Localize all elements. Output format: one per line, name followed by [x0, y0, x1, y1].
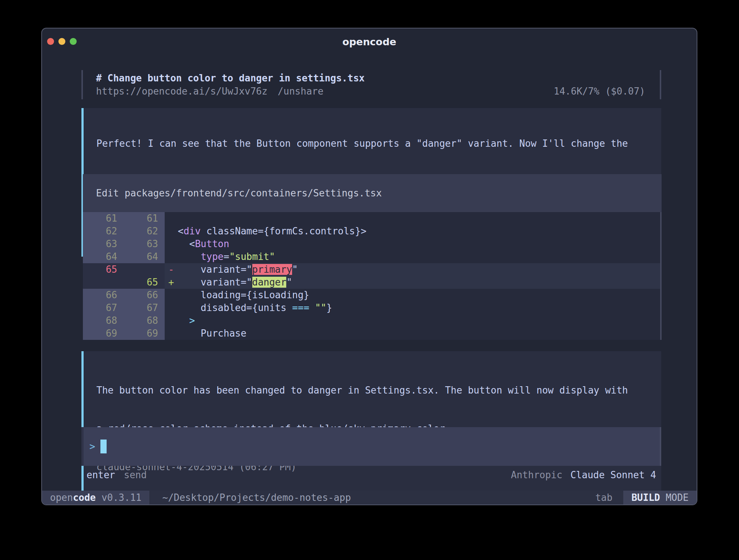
- mode-chip: BUILD MODE: [623, 491, 697, 505]
- hint-bar: entersend AnthropicClaude Sonnet 4: [81, 469, 661, 481]
- diff-row: 6363 <Button: [83, 238, 660, 250]
- text-cursor: [100, 440, 107, 453]
- diff-row: 6868 >: [83, 314, 660, 327]
- app-version: v0.3.11: [102, 492, 142, 503]
- diff-new-lineno: 63: [124, 238, 165, 250]
- diff-old-lineno: 67: [83, 302, 124, 314]
- diff-new-lineno: [124, 263, 165, 276]
- diff-row: 6464 type="submit": [83, 250, 660, 263]
- send-hint: entersend: [87, 469, 147, 481]
- app-name-code: code: [73, 492, 96, 503]
- diff-old-lineno: 66: [83, 289, 124, 302]
- tool-file-path: packages/frontend/src/containers/Setting…: [125, 188, 382, 199]
- message-text-line: Perfect! I can see that the Button compo…: [96, 137, 645, 150]
- model-indicator: AnthropicClaude Sonnet 4: [511, 469, 656, 481]
- diff-new-lineno: 69: [124, 327, 165, 340]
- diff-new-lineno: 65: [124, 276, 165, 289]
- session-title: # Change button color to danger in setti…: [96, 72, 645, 85]
- diff-row: 6666 loading={isLoading}: [83, 289, 660, 302]
- diff-marker: [165, 302, 178, 314]
- diff-new-lineno: 68: [124, 314, 165, 327]
- diff-old-lineno: 68: [83, 314, 124, 327]
- diff-marker: [165, 225, 178, 238]
- close-window-button[interactable]: [47, 38, 54, 45]
- context-usage: 14.6K/7% ($0.07): [554, 85, 645, 98]
- edit-tool-card: Edit packages/frontend/src/containers/Se…: [83, 174, 662, 340]
- diff-marker: [165, 212, 178, 225]
- prompt-input[interactable]: >: [81, 427, 661, 466]
- prompt-symbol: >: [89, 441, 95, 452]
- model-name: Claude Sonnet 4: [570, 469, 656, 480]
- diff-row: 6767 disabled={units === ""}: [83, 302, 660, 314]
- diff-code-line: <Button: [178, 238, 660, 250]
- diff-old-lineno: [83, 276, 124, 289]
- diff-code-line: [178, 212, 660, 225]
- diff-row: 65- variant="primary": [83, 263, 660, 276]
- diff-marker: -: [165, 263, 178, 276]
- diff-view: 61616262<div className={formCs.controls}…: [83, 212, 662, 340]
- diff-new-lineno: 66: [124, 289, 165, 302]
- diff-code-line: disabled={units === ""}: [178, 302, 660, 314]
- tab-key-hint[interactable]: tab: [595, 491, 612, 505]
- diff-marker: [165, 314, 178, 327]
- diff-marker: +: [165, 276, 178, 289]
- diff-new-lineno: 62: [124, 225, 165, 238]
- share-url-line: https://opencode.ai/s/UwJxv76z/unshare: [96, 85, 323, 98]
- diff-row: 6262<div className={formCs.controls}>: [83, 225, 660, 238]
- zoom-window-button[interactable]: [70, 38, 77, 45]
- session-header: # Change button color to danger in setti…: [81, 70, 661, 99]
- diff-code-line: variant="danger": [178, 276, 660, 289]
- diff-old-lineno: 64: [83, 250, 124, 263]
- model-provider: Anthropic: [511, 469, 562, 480]
- app-name-open: open: [50, 492, 73, 503]
- diff-marker: [165, 289, 178, 302]
- diff-code-line: Purchase: [178, 327, 660, 340]
- diff-old-lineno: 65: [83, 263, 124, 276]
- diff-old-lineno: 62: [83, 225, 124, 238]
- message-text-line: The button color has been changed to dan…: [96, 384, 645, 397]
- diff-row: 6161: [83, 212, 660, 225]
- diff-code-line: loading={isLoading}: [178, 289, 660, 302]
- minimize-window-button[interactable]: [58, 38, 65, 45]
- diff-old-lineno: 69: [83, 327, 124, 340]
- app-version-chip: opencode v0.3.11: [42, 491, 149, 505]
- edit-tool-header: Edit packages/frontend/src/containers/Se…: [83, 174, 662, 212]
- tool-action-label: Edit: [96, 188, 119, 199]
- mode-name: BUILD: [631, 492, 660, 503]
- status-bar: opencode v0.3.11 ~/Desktop/Projects/demo…: [42, 491, 697, 505]
- working-directory: ~/Desktop/Projects/demo-notes-app: [162, 491, 595, 505]
- titlebar: opencode: [42, 28, 697, 52]
- diff-new-lineno: 64: [124, 250, 165, 263]
- diff-code-line: type="submit": [178, 250, 660, 263]
- traffic-lights: [47, 38, 77, 45]
- send-action-label: send: [124, 469, 147, 480]
- diff-marker: [165, 238, 178, 250]
- enter-key-hint: enter: [87, 469, 115, 480]
- diff-new-lineno: 61: [124, 212, 165, 225]
- diff-code-line: variant="primary": [178, 263, 660, 276]
- diff-marker: [165, 327, 178, 340]
- diff-old-lineno: 61: [83, 212, 124, 225]
- share-url[interactable]: https://opencode.ai/s/UwJxv76z: [96, 86, 268, 97]
- mode-label: MODE: [660, 492, 689, 503]
- diff-code-line: >: [178, 314, 660, 327]
- opencode-terminal-window: opencode # Change button color to danger…: [41, 28, 697, 505]
- diff-code-line: <div className={formCs.controls}>: [178, 225, 660, 238]
- diff-new-lineno: 67: [124, 302, 165, 314]
- diff-old-lineno: 63: [83, 238, 124, 250]
- diff-row: 6969 Purchase: [83, 327, 660, 340]
- window-title: opencode: [342, 36, 397, 47]
- diff-row: 65+ variant="danger": [83, 276, 660, 289]
- unshare-command[interactable]: /unshare: [278, 86, 323, 97]
- diff-marker: [165, 250, 178, 263]
